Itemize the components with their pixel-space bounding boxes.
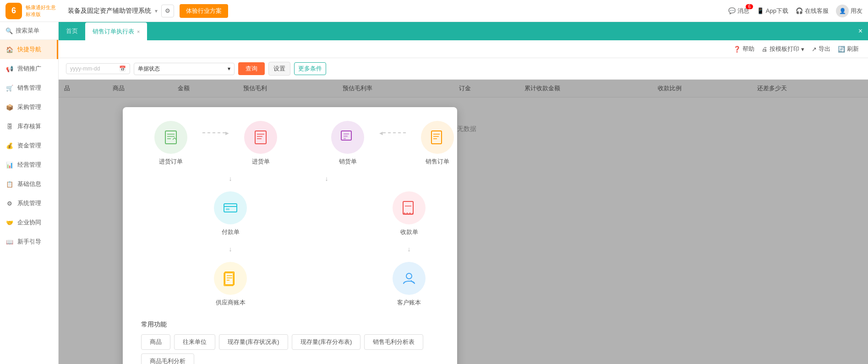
common-functions-section: 常用功能 商品 往来单位 现存量(库存状况表) 现存量(库存分布表) 销售毛利分… <box>141 321 439 364</box>
arrow-from-sales-order: ◀ <box>379 130 406 146</box>
func-btn-inventory-status[interactable]: 现存量(库存状况表) <box>219 334 288 350</box>
flow-row-1: 进货订单 ▶ <box>141 121 439 166</box>
tab-sales-order[interactable]: 销售订单执行表 × <box>85 22 147 41</box>
tab-close-button[interactable]: × <box>137 29 140 34</box>
svg-rect-19 <box>403 201 413 214</box>
sidebar-item-system[interactable]: ⚙ 系统管理 <box>0 194 58 213</box>
sidebar-item-operations[interactable]: 📊 经营管理 <box>0 155 58 174</box>
search-settings-button[interactable]: 设置 <box>268 62 290 76</box>
flow-node-purchase-order[interactable]: 进货订单 <box>141 121 201 166</box>
date-input[interactable]: yyyy-mm-dd 📅 <box>66 63 130 74</box>
svg-rect-16 <box>224 204 237 212</box>
content-toolbar: ❓ 帮助 🖨 按模板打印 ▾ ↗ 导出 🔄 刷新 <box>59 40 868 58</box>
flow-node-payment[interactable]: 付款单 <box>201 191 260 236</box>
payment-circle <box>214 191 247 224</box>
flow-node-sales-order[interactable]: 销售订单 <box>408 121 457 166</box>
func-btn-products[interactable]: 商品 <box>141 334 170 350</box>
sidebar-item-enterprise[interactable]: 🤝 企业协同 <box>0 213 58 232</box>
sidebar-item-purchase[interactable]: 📦 采购管理 <box>0 98 58 117</box>
home-icon: 🏠 <box>5 45 14 54</box>
sidebar-item-basic-info[interactable]: 📋 基础信息 <box>0 174 58 194</box>
top-bar: 6 畅康通好生意 标准版 装备及固定资产辅助管理系统 ▾ ⚙ 体验行业方案 💬 … <box>0 0 868 22</box>
sidebar-item-inventory[interactable]: 🗄 库存核算 <box>0 117 58 136</box>
sidebar-item-quick-nav[interactable]: 🏠 快捷导航 <box>0 40 58 59</box>
svg-rect-9 <box>344 133 349 135</box>
export-button[interactable]: ↗ 导出 <box>810 44 832 54</box>
flow-node-receipt[interactable]: 收款单 <box>379 191 439 236</box>
settings-icon[interactable]: ⚙ <box>161 5 174 17</box>
marketing-icon: 📢 <box>5 65 14 73</box>
sales-icon: 🛒 <box>5 84 14 92</box>
sidebar-item-finance[interactable]: 💰 资金管理 <box>0 136 58 155</box>
modal-box: 进货订单 ▶ <box>123 107 457 364</box>
receipt-label: 收款单 <box>400 228 418 236</box>
query-button[interactable]: 查询 <box>238 62 265 75</box>
flow-row-arrows: ↓ ↓ <box>141 175 439 182</box>
system-dropdown-arrow[interactable]: ▾ <box>155 8 158 14</box>
service-icon: 🎧 <box>796 7 803 14</box>
download-icon: 📱 <box>757 7 764 14</box>
flow-node-sales-bill[interactable]: 销货单 <box>318 121 377 166</box>
app-download-button[interactable]: 📱 App下载 <box>757 7 788 15</box>
print-dropdown-icon: ▾ <box>801 46 804 53</box>
sidebar-item-sales[interactable]: 🛒 销售管理 <box>0 78 58 98</box>
message-button[interactable]: 💬 消息 6 <box>728 7 749 15</box>
func-btn-partners[interactable]: 往来单位 <box>174 334 215 350</box>
user-avatar: 👤 <box>836 5 849 17</box>
flow-row-2: 付款单 收款单 <box>141 191 439 236</box>
svg-rect-12 <box>431 131 442 144</box>
flow-node-supplier-account[interactable]: 供应商账本 <box>201 262 260 307</box>
flow-row-3: 供应商账本 客户账本 <box>141 262 439 307</box>
message-icon: 💬 <box>728 7 736 14</box>
top-right-area: 💬 消息 6 📱 App下载 🎧 在线客服 👤 用友 <box>728 5 863 17</box>
print-button[interactable]: 🖨 按模板打印 ▾ <box>760 44 806 54</box>
logo-text: 畅康通好生意 标准版 <box>26 4 56 17</box>
operations-icon: 📊 <box>5 161 14 169</box>
flow-node-purchase-bill[interactable]: 进货单 <box>231 121 290 166</box>
basic-info-icon: 📋 <box>5 180 14 188</box>
func-btn-inventory-dist[interactable]: 现存量(库存分布表) <box>292 334 361 350</box>
search-icon: 🔍 <box>5 27 13 34</box>
svg-rect-10 <box>344 136 348 137</box>
calendar-icon: 📅 <box>119 65 126 72</box>
function-buttons-area: 商品 往来单位 现存量(库存状况表) 现存量(库存分布表) 销售毛利分析表 商品… <box>141 334 439 364</box>
sales-order-label: 销售订单 <box>426 158 449 166</box>
sidebar-item-marketing[interactable]: 📢 营销推广 <box>0 59 58 78</box>
logo-area: 6 畅康通好生意 标准版 <box>5 3 64 19</box>
refresh-button[interactable]: 🔄 刷新 <box>836 44 861 54</box>
func-btn-product-profit[interactable]: 商品毛利分析 <box>141 353 194 364</box>
table-area: 品 商品 金额 预估毛利 预估毛利率 订金 累计收款金额 收款比例 还差多少天 <box>59 80 868 364</box>
flow-node-customer-account[interactable]: 客户账本 <box>379 262 439 307</box>
sidebar: 🔍 搜索菜单 🏠 快捷导航 📢 营销推广 🛒 销售管理 📦 采购管理 🗄 <box>0 22 59 364</box>
search-area: yyyy-mm-dd 📅 单据状态 ▾ 查询 设置 更多条件 <box>59 58 868 80</box>
search-menu-item[interactable]: 🔍 搜索菜单 <box>0 22 58 40</box>
export-icon: ↗ <box>812 46 817 53</box>
arrow-to-purchase-bill: ▶ <box>202 130 229 146</box>
tab-bar-close-button[interactable]: × <box>858 27 863 35</box>
purchase-order-label: 进货订单 <box>159 158 183 166</box>
content-area: 首页 销售订单执行表 × × ❓ 帮助 🖨 按模板打印 ▾ <box>59 22 868 364</box>
svg-rect-11 <box>344 138 346 139</box>
sales-bill-circle <box>331 121 364 154</box>
tab-home[interactable]: 首页 <box>59 22 85 40</box>
online-service-button[interactable]: 🎧 在线客服 <box>796 7 829 15</box>
refresh-icon: 🔄 <box>838 46 845 53</box>
select-dropdown-icon: ▾ <box>228 65 230 72</box>
status-select[interactable]: 单据状态 ▾ <box>134 63 235 75</box>
more-conditions-button[interactable]: 更多条件 <box>294 62 326 75</box>
modal-overlay: 进货订单 ▶ <box>59 80 868 364</box>
flow-diagram: 进货订单 ▶ <box>141 121 439 307</box>
newbie-icon: 📖 <box>5 238 14 246</box>
experience-button[interactable]: 体验行业方案 <box>180 4 228 18</box>
help-button[interactable]: ❓ 帮助 <box>732 44 756 54</box>
sidebar-item-newbie[interactable]: 📖 新手引导 <box>0 232 58 251</box>
sales-order-circle <box>421 121 454 154</box>
func-btn-sales-profit[interactable]: 销售毛利分析表 <box>364 334 423 350</box>
main-area: 🔍 搜索菜单 🏠 快捷导航 📢 营销推广 🛒 销售管理 📦 采购管理 🗄 <box>0 22 868 364</box>
finance-icon: 💰 <box>5 141 14 150</box>
purchase-order-circle <box>154 121 187 154</box>
user-area[interactable]: 👤 用友 <box>836 5 863 17</box>
system-title-area: 装备及固定资产辅助管理系统 ▾ <box>68 7 158 15</box>
help-icon: ❓ <box>733 46 741 53</box>
common-functions-title: 常用功能 <box>141 321 439 329</box>
